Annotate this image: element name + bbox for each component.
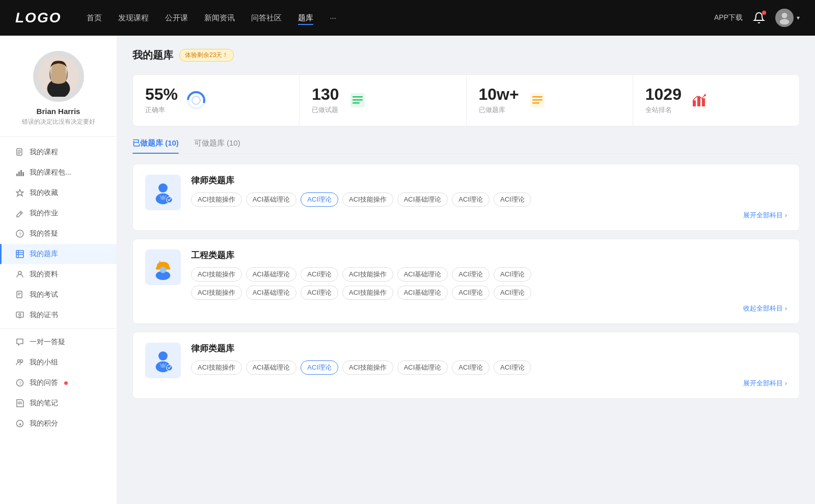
tag[interactable]: ACI理论 xyxy=(452,286,490,300)
nav-more[interactable]: ··· xyxy=(330,13,336,22)
svg-text:★: ★ xyxy=(18,422,22,427)
sidebar-item-collect[interactable]: 我的收藏 xyxy=(0,183,117,203)
trial-badge: 体验剩余23天！ xyxy=(179,49,234,62)
sidebar-item-label: 我的题库 xyxy=(30,249,58,259)
svg-rect-48 xyxy=(693,100,696,106)
bank-content-1: 律师类题库 ACI技能操作 ACI基础理论 ACI理论 ACI技能操作 ACI基… xyxy=(191,175,787,220)
sidebar-item-my-qa[interactable]: ? 我的问答 xyxy=(0,373,117,393)
tag[interactable]: ACI技能操作 xyxy=(342,360,393,375)
bank-content-engineer: 工程类题库 ACI技能操作 ACI基础理论 ACI理论 ACI技能操作 ACI基… xyxy=(191,249,787,313)
tag[interactable]: ACI理论 xyxy=(452,192,490,207)
tag[interactable]: ACI理论 xyxy=(301,286,338,300)
nav-public[interactable]: 公开课 xyxy=(165,13,188,22)
star-icon xyxy=(15,188,24,198)
svg-point-21 xyxy=(18,271,21,274)
tag[interactable]: ACI理论 xyxy=(494,360,531,375)
tag-active[interactable]: ACI理论 xyxy=(301,360,338,375)
svg-text:?: ? xyxy=(19,232,21,237)
sidebar-item-profile[interactable]: 我的资料 xyxy=(0,264,117,285)
svg-rect-50 xyxy=(702,98,705,106)
tag[interactable]: ACI技能操作 xyxy=(191,360,242,375)
page-wrap: Brian Harris 错误的决定比没有决定要好 我的课程 xyxy=(0,36,815,504)
sidebar-item-tutor[interactable]: 一对一答疑 xyxy=(0,332,117,352)
nav-news[interactable]: 新闻资讯 xyxy=(204,13,235,22)
nav-qa[interactable]: 问答社区 xyxy=(251,13,282,22)
sidebar-item-notes[interactable]: 我的笔记 xyxy=(0,393,117,413)
stat-label-accuracy: 正确率 xyxy=(145,105,178,115)
sidebar-item-homework[interactable]: 我的作业 xyxy=(0,203,117,223)
tag[interactable]: ACI理论 xyxy=(301,267,338,282)
notification-dot xyxy=(762,11,766,15)
svg-rect-17 xyxy=(16,250,23,258)
notification-bell[interactable] xyxy=(753,12,765,24)
stat-value-rank: 1029 xyxy=(645,86,682,102)
sidebar-item-label: 我的小组 xyxy=(30,358,58,367)
svg-rect-45 xyxy=(532,96,542,98)
bank-card-lawyer-1: 律师类题库 ACI技能操作 ACI基础理论 ACI理论 ACI技能操作 ACI基… xyxy=(132,164,800,231)
tag[interactable]: ACI基础理论 xyxy=(246,267,297,282)
tag[interactable]: ACI技能操作 xyxy=(342,267,393,282)
sidebar-item-course[interactable]: 我的课程 xyxy=(0,142,117,162)
expand-link-2[interactable]: 展开全部科目 › xyxy=(191,379,787,388)
file-icon xyxy=(15,148,24,157)
tag[interactable]: ACI理论 xyxy=(452,360,490,375)
sidebar-item-points[interactable]: ★ 我的积分 xyxy=(0,413,117,434)
profile-motto: 错误的决定比没有决定要好 xyxy=(22,118,95,126)
tag-active[interactable]: ACI理论 xyxy=(301,192,338,207)
tag[interactable]: ACI技能操作 xyxy=(191,267,242,282)
svg-rect-11 xyxy=(20,170,22,176)
table-icon xyxy=(15,249,24,259)
tab-done-banks[interactable]: 已做题库 (10) xyxy=(132,138,179,153)
svg-point-51 xyxy=(704,94,706,96)
sidebar-item-bank[interactable]: 我的题库 xyxy=(0,244,117,264)
sidebar-item-label: 我的笔记 xyxy=(30,399,58,408)
sidebar-item-qa[interactable]: ? 我的答疑 xyxy=(0,223,117,244)
expand-link-1[interactable]: 展开全部科目 › xyxy=(191,211,787,220)
tag[interactable]: ACI基础理论 xyxy=(397,267,448,282)
sidebar-item-group[interactable]: 我的小组 xyxy=(0,352,117,373)
tag[interactable]: ACI基础理论 xyxy=(397,192,448,207)
tab-available-banks[interactable]: 可做题库 (10) xyxy=(194,138,240,153)
tag[interactable]: ACI基础理论 xyxy=(246,286,297,300)
tag[interactable]: ACI技能操作 xyxy=(191,192,242,207)
stat-done-banks: 10w+ 已做题库 xyxy=(467,75,633,126)
tag[interactable]: ACI技能操作 xyxy=(342,192,393,207)
tag[interactable]: ACI基础理论 xyxy=(397,286,448,300)
person-icon xyxy=(15,270,24,279)
tag[interactable]: ACI理论 xyxy=(452,267,490,282)
tag[interactable]: ACI基础理论 xyxy=(246,360,297,375)
nav-discover[interactable]: 发现课程 xyxy=(118,13,149,22)
tag[interactable]: ACI理论 xyxy=(494,192,531,207)
nav-bank[interactable]: 题库 xyxy=(298,13,313,25)
tag[interactable]: ACI理论 xyxy=(494,286,531,300)
svg-marker-13 xyxy=(16,189,23,196)
svg-rect-43 xyxy=(352,102,360,104)
sidebar-item-cert[interactable]: 我的证书 xyxy=(0,305,117,325)
sidebar-item-label: 我的作业 xyxy=(30,209,58,218)
svg-point-0 xyxy=(782,13,787,18)
list-green-icon xyxy=(347,90,368,110)
bank-content-2: 律师类题库 ACI技能操作 ACI基础理论 ACI理论 ACI技能操作 ACI基… xyxy=(191,343,787,388)
tag[interactable]: ACI技能操作 xyxy=(342,286,393,300)
tag[interactable]: ACI基础理论 xyxy=(246,192,297,207)
edit-icon xyxy=(15,209,24,218)
tag[interactable]: ACI理论 xyxy=(494,267,531,282)
app-download-btn[interactable]: APP下载 xyxy=(714,13,743,22)
sidebar-item-package[interactable]: 我的课程包... xyxy=(0,162,117,183)
tag[interactable]: ACI技能操作 xyxy=(191,286,242,300)
svg-point-1 xyxy=(780,19,790,24)
nav-home[interactable]: 首页 xyxy=(87,13,102,22)
sidebar-item-label: 我的积分 xyxy=(30,419,58,428)
lawyer-icon-2 xyxy=(145,343,181,378)
user-avatar-wrap[interactable]: ▾ xyxy=(775,9,800,27)
svg-rect-47 xyxy=(532,102,539,104)
sidebar-divider xyxy=(0,328,117,329)
main-content: 我的题库 体验剩余23天！ 55% 正确率 xyxy=(117,36,815,504)
collapse-link-engineer[interactable]: 收起全部科目 › xyxy=(191,304,787,313)
sidebar-item-exam[interactable]: 我的考试 xyxy=(0,285,117,305)
svg-point-60 xyxy=(158,351,168,360)
stat-rank: 1029 全站排名 xyxy=(633,75,799,126)
svg-rect-42 xyxy=(352,99,363,101)
tag[interactable]: ACI基础理论 xyxy=(397,360,448,375)
sidebar-item-label: 一对一答疑 xyxy=(30,338,65,347)
